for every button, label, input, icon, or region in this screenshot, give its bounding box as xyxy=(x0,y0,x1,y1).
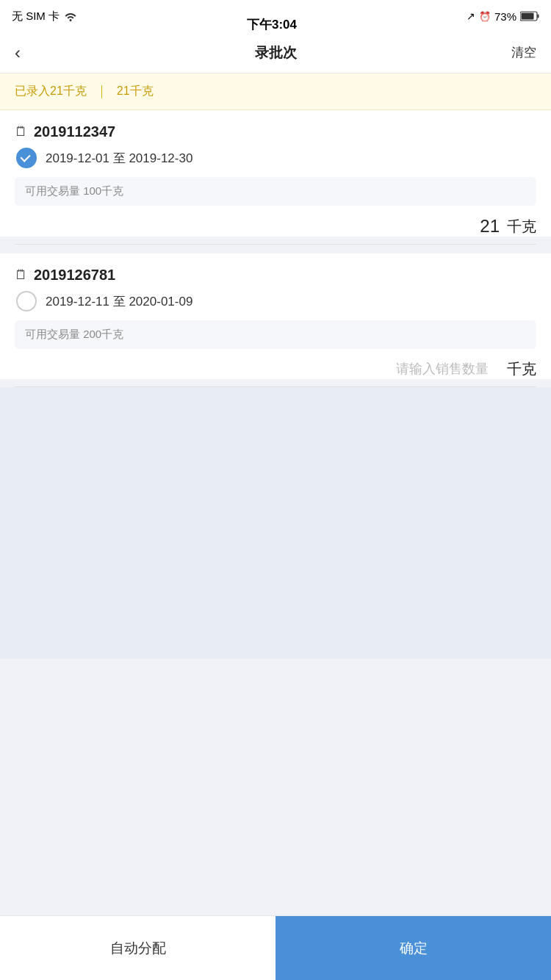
batch1-header: 🗒 2019112347 xyxy=(15,123,536,140)
batch2-qty-input[interactable] xyxy=(353,361,500,377)
nav-bar: ‹ 录批次 清空 xyxy=(0,32,551,73)
batch1-select-row[interactable]: 2019-12-01 至 2019-12-30 xyxy=(15,148,536,168)
batch2-qty-unit: 千克 xyxy=(507,359,536,379)
batch1-id: 2019112347 xyxy=(34,123,115,140)
battery-text: 73% xyxy=(494,10,516,23)
alarm-icon: ⏰ xyxy=(479,11,491,22)
batch2-date-range: 2019-12-11 至 2020-01-09 xyxy=(46,293,192,310)
batch2-select-row[interactable]: 2019-12-11 至 2020-01-09 xyxy=(15,291,536,311)
location-icon: ↗ xyxy=(467,10,475,22)
battery-icon xyxy=(520,11,539,21)
svg-rect-2 xyxy=(538,15,539,18)
batch1-available-text: 可用交易量 100千克 xyxy=(25,184,123,197)
batch1-qty-value: 21 xyxy=(480,216,500,237)
status-bar: 无 SIM 卡 下午3:04 ↗ ⏰ 73% xyxy=(0,0,551,32)
status-time: 下午3:04 xyxy=(247,16,297,33)
batch2-id: 2019126781 xyxy=(34,267,115,284)
footer: 自动分配 确定 xyxy=(0,915,551,980)
batch1-qty-unit: 千克 xyxy=(507,217,536,237)
auto-distribute-button[interactable]: 自动分配 xyxy=(0,916,276,980)
batch2-header: 🗒 2019126781 xyxy=(15,267,536,284)
batch2-card: 🗒 2019126781 2019-12-11 至 2020-01-09 可用交… xyxy=(0,253,551,349)
recorded-label: 已录入21千克 xyxy=(15,84,87,99)
page-title: 录批次 xyxy=(255,43,297,62)
bottom-area xyxy=(0,387,551,659)
svg-rect-1 xyxy=(522,13,534,20)
info-banner: 已录入21千克 21千克 xyxy=(0,73,551,110)
sim-text: 无 SIM 卡 xyxy=(12,10,60,24)
status-left: 无 SIM 卡 xyxy=(12,10,77,24)
batch2-available-text: 可用交易量 200千克 xyxy=(25,328,123,340)
banner-divider xyxy=(101,85,102,98)
batch1-radio[interactable] xyxy=(16,148,37,168)
batch2-radio[interactable] xyxy=(16,291,37,311)
batch2-qty-row: 千克 xyxy=(0,349,551,379)
confirm-button[interactable]: 确定 xyxy=(276,916,551,980)
section-gap xyxy=(0,245,551,253)
wifi-icon xyxy=(64,11,77,21)
batch1-date-range: 2019-12-01 至 2019-12-30 xyxy=(46,150,192,167)
batch1-qty-row: 21 千克 xyxy=(0,206,551,237)
batch2-available-box: 可用交易量 200千克 xyxy=(15,320,536,349)
clear-button[interactable]: 清空 xyxy=(511,44,536,61)
batch2-icon: 🗒 xyxy=(15,267,28,283)
back-button[interactable]: ‹ xyxy=(15,43,21,63)
batch1-icon: 🗒 xyxy=(15,124,28,140)
batch1-available-box: 可用交易量 100千克 xyxy=(15,177,536,206)
recorded-value: 21千克 xyxy=(117,84,154,99)
batch1-card: 🗒 2019112347 2019-12-01 至 2019-12-30 可用交… xyxy=(0,110,551,206)
status-right: ↗ ⏰ 73% xyxy=(467,10,539,23)
